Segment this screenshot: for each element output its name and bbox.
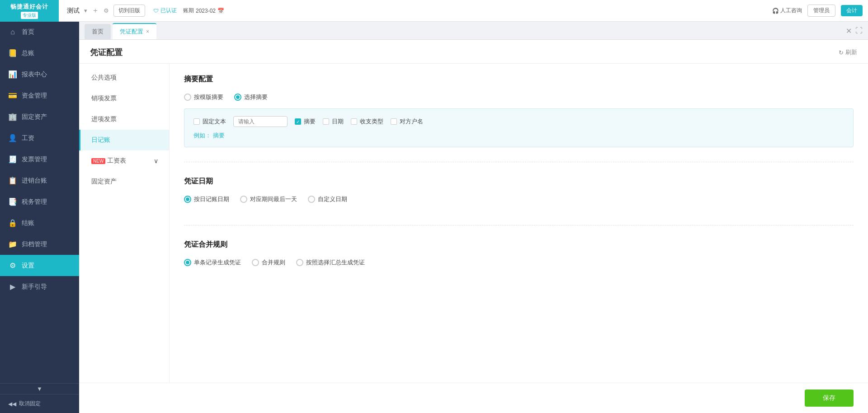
journal-date-label: 按日记账日期 bbox=[194, 195, 229, 203]
customer-service-button[interactable]: 🎧 人工咨询 bbox=[772, 7, 802, 14]
report-icon: 📊 bbox=[8, 70, 17, 79]
radio-circle-single bbox=[184, 259, 191, 266]
maximize-button[interactable]: ⛶ bbox=[855, 26, 863, 35]
radio-circle-merge bbox=[252, 259, 259, 266]
tab-home-label: 首页 bbox=[92, 28, 104, 36]
left-nav-journal[interactable]: 日记账 bbox=[79, 130, 169, 150]
left-nav-fixed-asset[interactable]: 固定资产 bbox=[79, 171, 169, 192]
checkbox-date[interactable]: 日期 bbox=[323, 117, 344, 126]
radio-circle-journal-date bbox=[184, 196, 191, 203]
ledger-icon: 📒 bbox=[8, 49, 17, 57]
sidebar-item-ledger[interactable]: 📒 总账 bbox=[0, 42, 79, 64]
logo: 畅捷通好会计 专业版 bbox=[0, 0, 59, 22]
chevron-down-icon[interactable]: ▾ bbox=[84, 7, 87, 14]
date-option-custom[interactable]: 自定义日期 bbox=[308, 195, 347, 203]
checkbox-counterpart[interactable]: 对方户名 bbox=[391, 117, 423, 126]
tab-bar: 首页 凭证配置 × ✕ ⛶ bbox=[79, 22, 868, 40]
page-title: 凭证配置 bbox=[90, 47, 123, 58]
left-nav: 公共选项 销项发票 进项发票 日记账 NEW工资表 ∨ 固定资产 bbox=[79, 64, 170, 383]
period-last-label: 对应期间最后一天 bbox=[250, 195, 297, 203]
left-nav-sales-invoice[interactable]: 销项发票 bbox=[79, 88, 169, 109]
tab-home[interactable]: 首页 bbox=[85, 24, 111, 39]
refresh-button[interactable]: ↻ 刷新 bbox=[839, 48, 857, 56]
merge-option-merge[interactable]: 合并规则 bbox=[252, 258, 285, 267]
cancel-pin-button[interactable]: ◀◀ 取消固定 bbox=[0, 394, 79, 413]
checkbox-box-date bbox=[323, 118, 329, 125]
voucher-date-radio-group: 按日记账日期 对应期间最后一天 自定义日期 bbox=[184, 195, 854, 203]
checkbox-box-income-type bbox=[351, 118, 357, 125]
merge-option-single[interactable]: 单条记录生成凭证 bbox=[184, 258, 241, 267]
sidebar-scroll-down[interactable]: ▼ bbox=[0, 383, 79, 394]
sidebar-label-archive: 归档管理 bbox=[22, 240, 71, 249]
sidebar-item-salary[interactable]: 👤 工资 bbox=[0, 127, 79, 149]
close-account-icon: 🔒 bbox=[8, 219, 17, 227]
summary-option-select[interactable]: 选择摘要 bbox=[234, 93, 268, 101]
right-panel: 摘要配置 按模版摘要 选择摘要 bbox=[170, 64, 868, 383]
sidebar-label-tax: 税务管理 bbox=[22, 198, 71, 206]
sidebar-scroll: ⌂ 首页 📒 总账 📊 报表中心 💳 资金管理 🏢 固定资产 👤 工资 bbox=[0, 22, 79, 383]
summary-config-row: 固定文本 摘要 日期 bbox=[193, 116, 844, 127]
date-checkbox-label: 日期 bbox=[332, 117, 344, 126]
archive-icon: 📁 bbox=[8, 240, 17, 249]
invoice-icon: 🧾 bbox=[8, 155, 17, 164]
sidebar-label-home: 首页 bbox=[22, 28, 71, 36]
checkbox-income-type[interactable]: 收支类型 bbox=[351, 117, 383, 126]
salary-icon: 👤 bbox=[8, 134, 17, 142]
sidebar-item-archive[interactable]: 📁 归档管理 bbox=[0, 234, 79, 255]
tab-close-button[interactable]: × bbox=[146, 28, 149, 35]
sidebar: ⌂ 首页 📒 总账 📊 报表中心 💳 资金管理 🏢 固定资产 👤 工资 bbox=[0, 22, 79, 413]
summary-select-label: 选择摘要 bbox=[244, 93, 268, 101]
content-area: 首页 凭证配置 × ✕ ⛶ 凭证配置 ↻ 刷新 bbox=[79, 22, 868, 413]
radio-circle-aggregate bbox=[296, 259, 303, 266]
checkbox-summary[interactable]: 摘要 bbox=[295, 117, 316, 126]
sidebar-label-fixed-asset: 固定资产 bbox=[22, 113, 71, 121]
sidebar-item-report[interactable]: 📊 报表中心 bbox=[0, 64, 79, 85]
single-record-label: 单条记录生成凭证 bbox=[194, 258, 241, 267]
sidebar-item-invoice[interactable]: 🧾 发票管理 bbox=[0, 149, 79, 170]
merge-option-aggregate[interactable]: 按照选择汇总生成凭证 bbox=[296, 258, 365, 267]
top-bar: 畅捷通好会计 专业版 测试 ▾ ＋ ⚙ 切到旧版 🛡 已认证 账期 2023-0… bbox=[0, 0, 868, 22]
fund-icon: 💳 bbox=[8, 91, 17, 100]
date-option-journal[interactable]: 按日记账日期 bbox=[184, 195, 229, 203]
checkbox-box-counterpart bbox=[391, 118, 397, 125]
save-button[interactable]: 保存 bbox=[805, 390, 854, 407]
sidebar-item-settings[interactable]: ⚙ 设置 bbox=[0, 255, 79, 276]
tab-voucher-config[interactable]: 凭证配置 × bbox=[113, 23, 156, 39]
custom-date-label: 自定义日期 bbox=[318, 195, 347, 203]
counterpart-label: 对方户名 bbox=[400, 117, 423, 126]
accountant-button[interactable]: 会计 bbox=[841, 5, 863, 16]
new-badge: NEW bbox=[91, 158, 105, 164]
left-nav-payroll[interactable]: NEW工资表 ∨ bbox=[79, 150, 169, 171]
calendar-icon[interactable]: 📅 bbox=[217, 8, 224, 14]
sidebar-item-close[interactable]: 🔒 结账 bbox=[0, 212, 79, 234]
settings-sidebar-icon: ⚙ bbox=[8, 261, 17, 270]
close-window-button[interactable]: ✕ bbox=[846, 26, 852, 35]
checkbox-fixed-text[interactable]: 固定文本 bbox=[193, 117, 226, 126]
left-nav-public[interactable]: 公共选项 bbox=[79, 67, 169, 88]
date-option-period-last[interactable]: 对应期间最后一天 bbox=[240, 195, 297, 203]
admin-button[interactable]: 管理员 bbox=[807, 5, 835, 17]
tab-voucher-config-label: 凭证配置 bbox=[120, 28, 143, 36]
switch-old-button[interactable]: 切到旧版 bbox=[113, 5, 145, 17]
sidebar-item-tax[interactable]: 📑 税务管理 bbox=[0, 191, 79, 212]
income-type-label: 收支类型 bbox=[360, 117, 383, 126]
left-nav-purchase-invoice[interactable]: 进项发票 bbox=[79, 109, 169, 130]
checkbox-box-fixed-text bbox=[193, 118, 200, 125]
fixed-asset-icon: 🏢 bbox=[8, 113, 17, 121]
radio-circle-template bbox=[184, 94, 191, 101]
main-layout: ⌂ 首页 📒 总账 📊 报表中心 💳 资金管理 🏢 固定资产 👤 工资 bbox=[0, 22, 868, 413]
sidebar-item-fund[interactable]: 💳 资金管理 bbox=[0, 85, 79, 106]
left-nav-payroll-label: NEW工资表 bbox=[91, 157, 126, 165]
sidebar-item-newbie[interactable]: ▶ 新手引导 bbox=[0, 276, 79, 297]
add-icon[interactable]: ＋ bbox=[92, 6, 99, 15]
summary-option-template[interactable]: 按模版摘要 bbox=[184, 93, 223, 101]
sidebar-item-home[interactable]: ⌂ 首页 bbox=[0, 22, 79, 42]
sidebar-item-purchase-sale[interactable]: 📋 进销台账 bbox=[0, 170, 79, 191]
summary-template-label: 按模版摘要 bbox=[194, 93, 223, 101]
period-info: 账期 2023-02 📅 bbox=[183, 7, 224, 14]
shield-icon: 🛡 bbox=[153, 8, 159, 14]
sidebar-item-fixed-asset[interactable]: 🏢 固定资产 bbox=[0, 106, 79, 127]
settings-icon[interactable]: ⚙ bbox=[104, 7, 109, 14]
radio-circle-select bbox=[234, 94, 241, 101]
fixed-text-input[interactable] bbox=[233, 116, 288, 127]
